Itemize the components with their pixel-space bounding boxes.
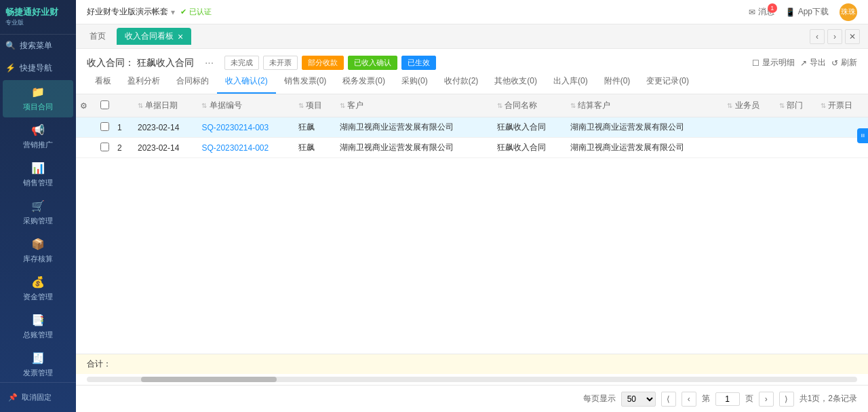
status-uninvoiced[interactable]: 未开票 <box>263 56 298 70</box>
marketing-icon: 📢 <box>31 124 45 137</box>
user-profile[interactable]: 珠珠 <box>840 3 857 21</box>
row-order-no: SQ-20230214-003 <box>197 117 294 138</box>
tab-profit[interactable]: 盈利分析 <box>119 70 168 94</box>
message-badge: 1 <box>768 3 777 13</box>
tab-attachments[interactable]: 附件(0) <box>596 70 639 94</box>
active-tab[interactable]: 收入合同看板 × <box>117 28 191 45</box>
row-checkbox-cell[interactable] <box>96 138 113 158</box>
sidebar-bottom: 📌 取消固定 <box>0 382 76 412</box>
home-tab[interactable]: 首页 <box>84 28 111 45</box>
tab-next-button[interactable]: › <box>827 29 842 44</box>
status-partial[interactable]: 部分收款 <box>302 56 344 70</box>
tab-close-button[interactable]: × <box>178 32 183 41</box>
right-hint-icon: ≡ <box>859 134 867 138</box>
settle-sort-icon: ⇅ <box>570 102 576 109</box>
th-settle-label: 结算客户 <box>578 100 610 110</box>
row-contract: 狂飙收入合同 <box>493 117 566 138</box>
checkbox-header[interactable] <box>96 94 113 117</box>
settings-header[interactable]: ⚙ <box>76 94 96 117</box>
th-project[interactable]: ⇅ 项目 <box>294 94 336 117</box>
tab-purchase[interactable]: 采购(0) <box>393 70 436 94</box>
th-contract[interactable]: ⇅ 合同名称 <box>493 94 566 117</box>
row-project: 狂飙 <box>294 138 336 158</box>
page-prefix-label: 第 <box>702 393 710 405</box>
sidebar-item-search[interactable]: 🔍 搜索菜单 <box>0 35 76 57</box>
th-date[interactable]: ⇅ 单据日期 <box>134 94 197 117</box>
row-project: 狂飙 <box>294 117 336 138</box>
order-no-link[interactable]: SQ-20230214-002 <box>201 143 269 153</box>
sidebar-item-label: 营销推广 <box>23 140 53 150</box>
contract-sort-icon: ⇅ <box>497 102 502 109</box>
right-hint-tab[interactable]: ≡ <box>857 128 868 143</box>
tab-prev-button[interactable]: ‹ <box>810 29 825 44</box>
status-effective[interactable]: 已生效 <box>401 56 436 70</box>
tab-kanban[interactable]: 看板 <box>87 70 119 94</box>
sidebar-item-sales[interactable]: 📊 销售管理 <box>3 156 73 193</box>
th-customer[interactable]: ⇅ 客户 <box>336 94 493 117</box>
page-title: 收入合同： 狂飙收入合同 <box>87 57 194 69</box>
app-download-button[interactable]: 📱 App下载 <box>785 6 829 18</box>
th-contract-label: 合同名称 <box>505 100 537 110</box>
select-all-checkbox[interactable] <box>100 100 109 109</box>
data-table: ⚙ ⇅ 单据日期 ⇅ 单据编号 <box>76 94 868 158</box>
sidebar-item-purchase[interactable]: 🛒 采购管理 <box>3 194 73 231</box>
row-checkbox-cell[interactable] <box>96 117 113 138</box>
next-page-button[interactable]: › <box>759 392 774 407</box>
message-button[interactable]: ✉ 1 消息 <box>749 6 774 18</box>
avatar-text: 珠珠 <box>841 7 856 17</box>
sidebar-item-label: 总账管理 <box>23 330 53 340</box>
sidebar-item-quicknav[interactable]: ⚡ 快捷导航 <box>0 57 76 79</box>
sidebar-item-project[interactable]: 📁 项目合同 <box>3 80 73 117</box>
content-tabs: 看板 盈利分析 合同标的 收入确认(2) 销售发票(0) 税务发票(0) 采购(… <box>76 70 868 94</box>
sidebar-item-funds[interactable]: 💰 资金管理 <box>3 270 73 307</box>
sidebar-item-label: 项目合同 <box>23 102 53 112</box>
scroll-thumb[interactable] <box>141 377 277 382</box>
last-page-button[interactable]: ⟩ <box>779 392 794 407</box>
order-no-link[interactable]: SQ-20230214-003 <box>201 123 269 132</box>
th-order-no[interactable]: ⇅ 单据编号 <box>197 94 294 117</box>
th-invoice-date[interactable]: ⇅ 开票日 <box>816 94 868 117</box>
tab-contract-subject[interactable]: 合同标的 <box>168 70 217 94</box>
tab-warehouse[interactable]: 出入库(0) <box>545 70 596 94</box>
tab-changes[interactable]: 变更记录(0) <box>638 70 697 94</box>
title-prefix: 收入合同： <box>87 57 134 68</box>
show-detail-toggle[interactable]: ☐ 显示明细 <box>752 57 795 69</box>
tab-revenue-confirm[interactable]: 收入确认(2) <box>217 70 276 94</box>
per-page-select[interactable]: 50 100 200 <box>621 392 656 407</box>
pagination-info: 共1页，2条记录 <box>800 393 857 405</box>
th-salesperson[interactable]: ⇅ 业务员 <box>723 94 774 117</box>
export-button[interactable]: ↗ 导出 <box>800 57 826 69</box>
sidebar-item-label: 快捷导航 <box>20 62 52 74</box>
tab-close-all-button[interactable]: ✕ <box>845 29 860 44</box>
row-settings <box>76 117 96 138</box>
refresh-button[interactable]: ↺ 刷新 <box>831 57 857 69</box>
status-confirmed[interactable]: 已收入确认 <box>348 56 397 70</box>
row-checkbox[interactable] <box>100 122 109 131</box>
th-project-label: 项目 <box>306 100 322 110</box>
tab-sales-invoice[interactable]: 销售发票(0) <box>276 70 335 94</box>
th-settle-customer[interactable]: ⇅ 结算客户 <box>566 94 724 117</box>
tab-payment[interactable]: 收付款(2) <box>436 70 487 94</box>
horizontal-scrollbar[interactable] <box>76 374 868 385</box>
pin-icon: 📌 <box>8 393 18 402</box>
th-dept[interactable]: ⇅ 部门 <box>775 94 816 117</box>
sales-icon: 📊 <box>31 162 45 175</box>
show-detail-label: 显示明细 <box>762 57 795 69</box>
sidebar-item-inventory[interactable]: 📦 库存核算 <box>3 232 73 269</box>
row-checkbox[interactable] <box>100 143 109 151</box>
tab-tax-invoice[interactable]: 税务发票(0) <box>334 70 393 94</box>
sidebar-item-marketing[interactable]: 📢 营销推广 <box>3 118 73 155</box>
prev-page-button[interactable]: ‹ <box>682 392 696 407</box>
first-page-button[interactable]: ⟨ <box>661 392 676 407</box>
sidebar-item-invoice[interactable]: 🧾 发票管理 <box>3 346 73 382</box>
tab-other[interactable]: 其他收支(0) <box>486 70 545 94</box>
company-selector[interactable]: 好业财专业版演示帐套 ▾ <box>87 6 175 18</box>
status-unfinished[interactable]: 未完成 <box>224 56 259 70</box>
table-row: 2 2023-02-14 SQ-20230214-002 狂飙 湖南卫视商业运营… <box>76 138 868 158</box>
more-options-button[interactable]: ··· <box>205 57 214 69</box>
sidebar-item-general[interactable]: 📑 总账管理 <box>3 308 73 345</box>
th-row-num <box>113 94 134 117</box>
logo: 畅捷通好业财 专业版 <box>0 0 76 35</box>
unpin-button[interactable]: 📌 取消固定 <box>5 388 71 407</box>
page-number-input[interactable] <box>715 392 740 406</box>
